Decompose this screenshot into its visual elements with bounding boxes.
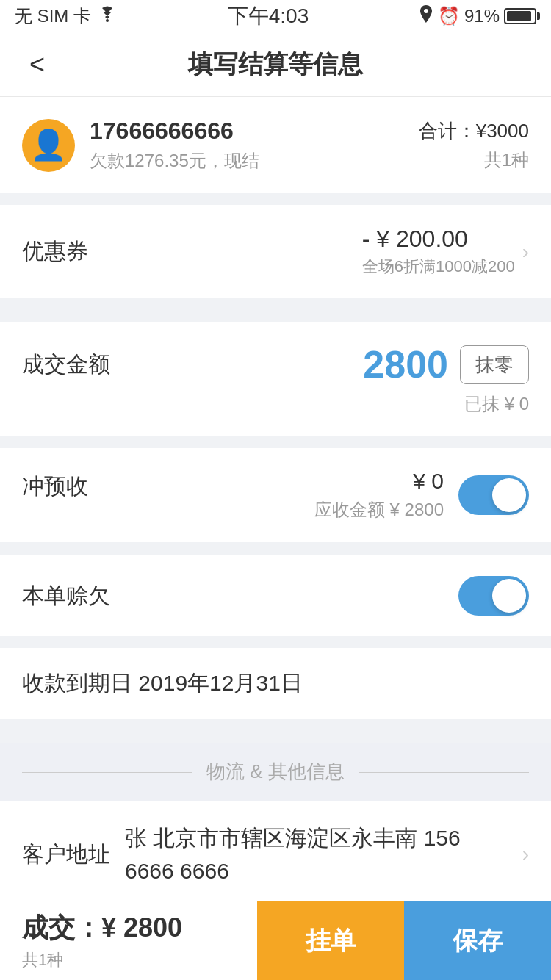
wifi-icon xyxy=(97,6,118,26)
amount-section: 成交金额 2800 抹零 已抹 ¥ 0 xyxy=(0,322,551,436)
user-debt: 欠款1276.35元，现结 xyxy=(90,149,259,173)
status-bar: 无 SIM 卡 下午4:03 ⏰ 91% xyxy=(0,0,551,32)
coupon-discount: - ¥ 200.00 xyxy=(362,226,515,253)
status-right: ⏰ 91% xyxy=(419,5,536,27)
alarm-icon: ⏰ xyxy=(438,6,460,26)
bottom-bar: 成交：¥ 2800 共1种 挂单 保存 xyxy=(0,901,551,980)
user-phone: 17666666666 xyxy=(90,118,259,145)
carrier-text: 无 SIM 卡 xyxy=(15,4,91,28)
bottom-summary: 成交：¥ 2800 共1种 xyxy=(0,910,257,971)
svg-point-0 xyxy=(106,19,109,22)
due-date-value: 2019年12月31日 xyxy=(138,671,302,695)
amount-label: 成交金额 xyxy=(22,350,110,380)
main-content: 👤 17666666666 欠款1276.35元，现结 合计：¥3000 共1种… xyxy=(0,97,551,980)
coupon-label: 优惠券 xyxy=(22,237,88,267)
battery-icon xyxy=(504,8,536,24)
user-icon: 👤 xyxy=(30,128,67,162)
amount-right: 2800 抹零 xyxy=(363,342,529,386)
coupon-row[interactable]: 优惠券 - ¥ 200.00 全场6折满1000减200 › xyxy=(0,205,551,298)
due-date-label: 收款到期日 xyxy=(22,671,132,695)
prepay-sub: 应收金额 ¥ 2800 xyxy=(314,498,444,522)
location-icon xyxy=(419,5,433,27)
coupon-right: - ¥ 200.00 全场6折满1000减200 › xyxy=(362,226,529,278)
battery-text: 91% xyxy=(464,6,500,26)
logistics-header: 物流 & 其他信息 xyxy=(0,743,551,801)
address-value: 张 北京市市辖区海淀区永丰南 156 6666 6666 xyxy=(110,821,522,887)
page-title: 填写结算等信息 xyxy=(188,48,363,82)
logistics-title: 物流 & 其他信息 xyxy=(192,759,359,785)
status-time: 下午4:03 xyxy=(228,2,309,30)
nav-bar: < 填写结算等信息 xyxy=(0,32,551,97)
amount-value: 2800 xyxy=(363,342,448,386)
toggle-knob xyxy=(492,478,526,512)
user-info: 17666666666 欠款1276.35元，现结 xyxy=(90,118,259,173)
total-count: 共1种 xyxy=(419,148,529,172)
prepay-right: ¥ 0 应收金额 ¥ 2800 xyxy=(314,469,529,522)
prepay-amount: ¥ 0 xyxy=(314,469,444,494)
due-date-row: 收款到期日 2019年12月31日 xyxy=(0,648,551,719)
section-divider-2 xyxy=(0,544,551,555)
total-amount: 合计：¥3000 xyxy=(419,118,529,144)
amount-sub: 已抹 ¥ 0 xyxy=(22,392,529,416)
chevron-right-icon: › xyxy=(522,240,529,264)
user-left: 👤 17666666666 欠款1276.35元，现结 xyxy=(22,118,259,173)
address-chevron-icon: › xyxy=(522,843,529,866)
avatar: 👤 xyxy=(22,119,75,172)
address-label: 客户地址 xyxy=(22,840,110,870)
hang-button[interactable]: 挂单 xyxy=(257,901,404,981)
bottom-deal-value: ¥ 2800 xyxy=(101,912,182,943)
bottom-deal-label: 成交： xyxy=(22,912,101,943)
debt-toggle[interactable] xyxy=(458,576,529,616)
section-divider-3 xyxy=(0,731,551,743)
prepay-info: ¥ 0 应收金额 ¥ 2800 xyxy=(314,469,444,522)
prepay-label: 冲预收 xyxy=(22,469,88,502)
user-card: 👤 17666666666 欠款1276.35元，现结 合计：¥3000 共1种 xyxy=(0,97,551,193)
bottom-deal-amount: 成交：¥ 2800 xyxy=(22,910,235,946)
status-left: 无 SIM 卡 xyxy=(15,4,118,28)
address-row[interactable]: 客户地址 张 北京市市辖区海淀区永丰南 156 6666 6666 › xyxy=(0,801,551,908)
save-button[interactable]: 保存 xyxy=(404,901,551,981)
prepay-toggle[interactable] xyxy=(458,475,529,515)
debt-toggle-knob xyxy=(492,579,526,613)
round-button[interactable]: 抹零 xyxy=(460,345,529,384)
back-button[interactable]: < xyxy=(22,42,52,87)
debt-label: 本单赊欠 xyxy=(22,581,110,611)
coupon-desc: 全场6折满1000减200 xyxy=(362,256,515,278)
amount-row: 成交金额 2800 抹零 xyxy=(22,342,529,386)
debt-row: 本单赊欠 xyxy=(0,555,551,636)
section-divider-1 xyxy=(0,310,551,322)
prepay-row: 冲预收 ¥ 0 应收金额 ¥ 2800 xyxy=(0,448,551,542)
bottom-count: 共1种 xyxy=(22,949,235,971)
due-date-content: 收款到期日 2019年12月31日 xyxy=(22,669,529,699)
user-total: 合计：¥3000 共1种 xyxy=(419,118,529,172)
